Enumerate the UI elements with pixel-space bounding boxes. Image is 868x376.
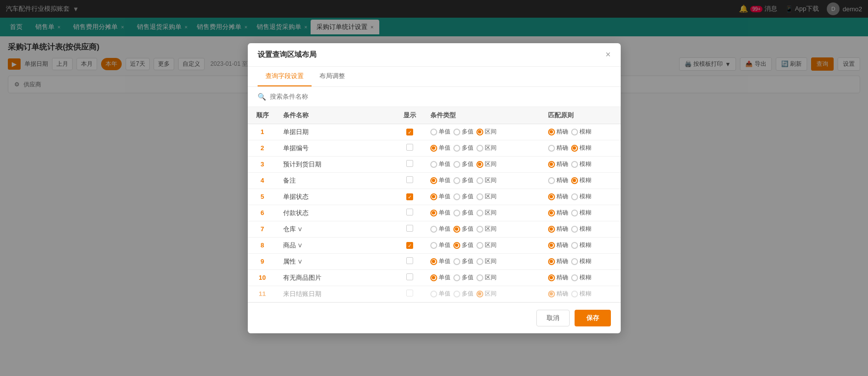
match-exact-4[interactable]: 精确: [548, 176, 568, 185]
checkbox-5[interactable]: ✓: [406, 193, 413, 200]
cond-range-5[interactable]: 区间: [476, 192, 497, 201]
cond-range-2[interactable]: 区间: [476, 144, 497, 152]
checkbox-10[interactable]: [406, 273, 413, 280]
match-exact-7[interactable]: 精确: [548, 225, 568, 233]
row-name-3: 预计到货日期: [277, 156, 395, 172]
row-match-9: 精确模糊: [542, 253, 621, 269]
row-checkbox-6[interactable]: [395, 205, 424, 221]
search-input[interactable]: [270, 93, 611, 100]
cond-range-8[interactable]: 区间: [476, 241, 497, 249]
tab-layout-adjust[interactable]: 布局调整: [312, 67, 353, 86]
cond-multi-6[interactable]: 多值: [453, 209, 473, 217]
col-header-match: 匹配原则: [542, 107, 621, 124]
row-match-10: 精确模糊: [542, 269, 621, 286]
row-condtype-9: 单值多值区间: [424, 253, 542, 269]
cond-range-11[interactable]: 区间: [476, 290, 497, 298]
cond-range-7[interactable]: 区间: [476, 225, 497, 233]
row-checkbox-3[interactable]: [395, 156, 424, 172]
cond-multi-7[interactable]: 多值: [453, 225, 473, 233]
cond-range-9[interactable]: 区间: [476, 257, 497, 266]
cancel-button[interactable]: 取消: [536, 310, 570, 326]
row-condtype-5: 单值多值区间: [424, 188, 542, 205]
match-exact-10[interactable]: 精确: [548, 273, 568, 282]
cond-multi-4[interactable]: 多值: [453, 176, 473, 185]
row-checkbox-9[interactable]: [395, 253, 424, 269]
cond-single-8[interactable]: 单值: [430, 241, 450, 249]
match-exact-5[interactable]: 精确: [548, 192, 568, 201]
table-row: 8商品 ∨✓单值多值区间精确模糊: [248, 237, 621, 253]
checkbox-3[interactable]: [406, 160, 413, 167]
row-condtype-3: 单值多值区间: [424, 156, 542, 172]
cond-multi-3[interactable]: 多值: [453, 160, 473, 168]
checkbox-1[interactable]: ✓: [406, 129, 413, 135]
cond-single-4[interactable]: 单值: [430, 176, 450, 185]
cond-multi-10[interactable]: 多值: [453, 273, 473, 282]
cond-range-4[interactable]: 区间: [476, 176, 497, 185]
col-header-type: 条件类型: [424, 107, 542, 124]
checkbox-9[interactable]: [406, 257, 413, 264]
cond-multi-9[interactable]: 多值: [453, 257, 473, 266]
checkbox-6[interactable]: [406, 209, 413, 215]
row-checkbox-10[interactable]: [395, 269, 424, 286]
match-exact-1[interactable]: 精确: [548, 128, 568, 136]
row-checkbox-8[interactable]: ✓: [395, 237, 424, 253]
match-fuzzy-7[interactable]: 模糊: [571, 225, 591, 233]
cond-single-5[interactable]: 单值: [430, 192, 450, 201]
row-checkbox-7[interactable]: [395, 221, 424, 237]
row-checkbox-1[interactable]: ✓: [395, 124, 424, 140]
match-exact-9[interactable]: 精确: [548, 257, 568, 266]
match-fuzzy-4[interactable]: 模糊: [571, 176, 591, 185]
row-name-11: 来日结账日期: [277, 286, 395, 302]
match-fuzzy-10[interactable]: 模糊: [571, 273, 591, 282]
row-checkbox-2[interactable]: [395, 140, 424, 156]
cond-single-3[interactable]: 单值: [430, 160, 450, 168]
cond-multi-11[interactable]: 多值: [453, 290, 473, 298]
match-fuzzy-11[interactable]: 模糊: [571, 290, 591, 298]
table-row: 6付款状态单值多值区间精确模糊: [248, 205, 621, 221]
cond-single-2[interactable]: 单值: [430, 144, 450, 152]
match-exact-2[interactable]: 精确: [548, 144, 568, 152]
match-exact-6[interactable]: 精确: [548, 209, 568, 217]
cond-single-10[interactable]: 单值: [430, 273, 450, 282]
match-exact-11[interactable]: 精确: [548, 290, 568, 298]
modal-title: 设置查询区域布局: [258, 50, 316, 59]
match-fuzzy-1[interactable]: 模糊: [571, 128, 591, 136]
modal-close-button[interactable]: ×: [605, 50, 611, 59]
cond-multi-5[interactable]: 多值: [453, 192, 473, 201]
row-checkbox-4[interactable]: [395, 172, 424, 188]
match-fuzzy-2[interactable]: 模糊: [571, 144, 591, 152]
match-exact-8[interactable]: 精确: [548, 241, 568, 249]
cond-single-1[interactable]: 单值: [430, 128, 450, 136]
row-checkbox-5[interactable]: ✓: [395, 188, 424, 205]
match-fuzzy-6[interactable]: 模糊: [571, 209, 591, 217]
cond-single-7[interactable]: 单值: [430, 225, 450, 233]
tab-query-fields[interactable]: 查询字段设置: [258, 67, 312, 86]
cond-single-9[interactable]: 单值: [430, 257, 450, 266]
cond-single-6[interactable]: 单值: [430, 209, 450, 217]
match-fuzzy-9[interactable]: 模糊: [571, 257, 591, 266]
table-row: 10有无商品图片单值多值区间精确模糊: [248, 269, 621, 286]
cond-range-6[interactable]: 区间: [476, 209, 497, 217]
match-fuzzy-5[interactable]: 模糊: [571, 192, 591, 201]
cond-multi-1[interactable]: 多值: [453, 128, 473, 136]
cond-range-10[interactable]: 区间: [476, 273, 497, 282]
row-checkbox-11[interactable]: [395, 286, 424, 302]
row-match-5: 精确模糊: [542, 188, 621, 205]
modal-overlay: 设置查询区域布局 × 查询字段设置 布局调整 🔍 顺序 条件名称 显示 条件类型: [0, 0, 868, 376]
match-exact-3[interactable]: 精确: [548, 160, 568, 168]
cond-multi-8[interactable]: 多值: [453, 241, 473, 249]
cond-single-11[interactable]: 单值: [430, 290, 450, 298]
match-fuzzy-3[interactable]: 模糊: [571, 160, 591, 168]
cond-multi-2[interactable]: 多值: [453, 144, 473, 152]
cond-range-3[interactable]: 区间: [476, 160, 497, 168]
checkbox-8[interactable]: ✓: [406, 242, 413, 249]
row-condtype-6: 单值多值区间: [424, 205, 542, 221]
cond-range-1[interactable]: 区间: [476, 128, 497, 136]
checkbox-2[interactable]: [406, 144, 413, 151]
checkbox-11[interactable]: [406, 290, 413, 296]
checkbox-4[interactable]: [406, 176, 413, 183]
col-header-display: 显示: [395, 107, 424, 124]
checkbox-7[interactable]: [406, 225, 413, 232]
match-fuzzy-8[interactable]: 模糊: [571, 241, 591, 249]
save-button[interactable]: 保存: [575, 310, 611, 326]
